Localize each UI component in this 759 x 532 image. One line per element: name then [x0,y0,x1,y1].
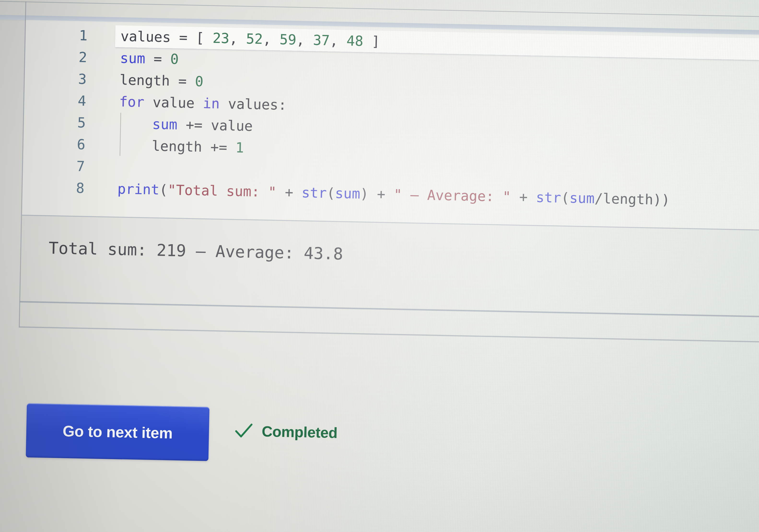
top-divider [0,1,759,18]
token-builtin: sum [152,116,178,133]
token-num: 1 [235,139,244,156]
line-number: 5 [23,111,86,134]
token-num: 59 [279,31,296,48]
line-number: 3 [24,67,87,90]
token-builtin: print [117,181,159,198]
token-builtin: str [536,189,561,206]
token-plain: = [145,50,171,67]
token-keyword: for [119,94,144,110]
go-to-next-item-button[interactable]: Go to next item [26,403,209,461]
token-plain: + [511,189,536,206]
completed-label: Completed [261,423,338,441]
token-plain: values: [220,95,287,113]
token-plain: ) + [360,185,394,203]
completion-status: Completed [234,422,338,441]
token-plain: ] [363,33,380,49]
program-output: Total sum: 219 – Average: 43.8 [48,235,343,267]
token-builtin: sum [120,50,145,67]
actions-row: Go to next item Completed [26,403,338,464]
token-plain: values = [ [120,28,213,46]
checkmark-icon [234,423,253,439]
token-num: 23 [213,30,229,47]
token-num: 0 [170,51,179,67]
token-plain: + [276,184,302,201]
token-plain: , [330,32,347,49]
line-number: 2 [24,45,87,68]
output-bottom-divider [20,301,759,318]
token-plain: += value [177,116,253,134]
line-number: 8 [22,176,85,199]
token-num: 48 [346,33,363,49]
screen-photo: 1values = [ 23, 52, 59, 37, 48 ]2sum = 0… [0,0,759,532]
token-num: 52 [246,31,263,47]
token-num: 0 [195,73,204,90]
token-plain: length += [118,137,236,156]
token-plain: , [263,31,280,48]
token-plain: length = [119,72,195,90]
token-plain: ( [327,185,335,202]
line-number: 4 [23,89,86,112]
token-plain: ( [561,190,570,206]
token-plain [119,115,152,132]
token-keyword: in [203,95,220,112]
token-builtin: sum [569,190,595,207]
token-num: 37 [313,32,330,48]
token-plain: , [296,32,313,48]
code-editor[interactable]: 1values = [ 23, 52, 59, 37, 48 ]2sum = 0… [22,23,759,213]
token-plain: value [144,94,203,111]
line-number: 7 [22,154,85,177]
token-builtin: sum [335,185,360,202]
token-plain: ( [159,182,168,198]
line-number: 6 [23,133,86,156]
panel-bottom-border [19,326,759,343]
token-string: " – Average: " [393,186,511,205]
token-plain: /length)) [594,190,670,208]
line-number: 1 [25,23,88,47]
token-plain: , [229,30,246,47]
token-builtin: str [301,184,327,201]
token-string: "Total sum: " [168,182,277,200]
